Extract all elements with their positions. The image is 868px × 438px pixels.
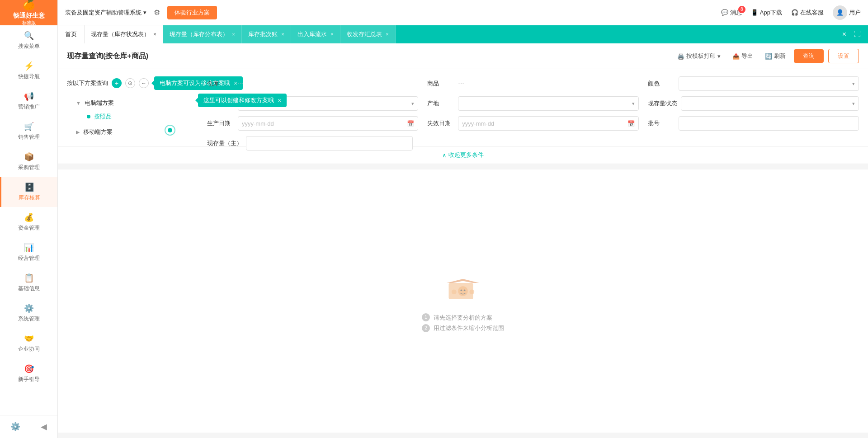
tab-stock-status[interactable]: 现存量（库存状况表） × xyxy=(85,25,163,43)
filter-row-1: 仓库 ··· 商品 ··· 颜色 ▾ xyxy=(207,76,859,91)
user-btn[interactable]: 👤 用户 xyxy=(833,5,861,20)
svg-point-4 xyxy=(452,289,457,294)
sidebar-item-label: 企业协同 xyxy=(18,345,40,353)
support-btn[interactable]: 🎧 在线客服 xyxy=(791,9,824,17)
svg-point-1 xyxy=(458,286,468,296)
content-area: 现存量查询(按仓库+商品) 🖨️ 按模板打印 ▾ 📤 导出 🔄 刷新 查询 设置 xyxy=(58,43,868,438)
tab-close-icon[interactable]: × xyxy=(386,31,389,38)
sidebar-item-operation[interactable]: 📊 经营管理 xyxy=(0,237,57,268)
sidebar-item-nav[interactable]: ⚡ 快捷导航 xyxy=(0,56,57,86)
empty-state: 1 请先选择要分析的方案 2 用过滤条件来缩小分析范围 xyxy=(58,170,868,433)
header-left: 装备及固定资产辅助管理系统 ▾ ⚙ 体验行业方案 xyxy=(65,6,217,19)
tab-home[interactable]: 首页 xyxy=(58,25,85,43)
system-name-dropdown[interactable]: 装备及固定资产辅助管理系统 ▾ xyxy=(65,9,146,17)
stock-qty-label: 现存量（主） xyxy=(207,139,242,147)
sidebar-item-basic[interactable]: 📋 基础信息 xyxy=(0,268,57,298)
message-btn[interactable]: 💬 消息 8 xyxy=(721,9,742,17)
main-area: 装备及固定资产辅助管理系统 ▾ ⚙ 体验行业方案 💬 消息 8 📱 App下载 … xyxy=(58,0,868,438)
stock-status-select[interactable]: ▾ xyxy=(681,96,859,111)
color-dropdown-icon: ▾ xyxy=(852,81,855,87)
query-btn[interactable]: 查询 xyxy=(794,49,824,63)
sidebar-item-finance[interactable]: 💰 资金管理 xyxy=(0,207,57,237)
sidebar-item-enterprise[interactable]: 🤝 企业协同 xyxy=(0,328,57,358)
finance-icon: 💰 xyxy=(24,212,34,222)
basic-icon: 📋 xyxy=(24,273,34,283)
tab-in-out[interactable]: 出入库流水 × xyxy=(291,25,340,43)
collapse-sidebar-btn[interactable]: ◀ xyxy=(37,420,51,433)
tab-label: 现存量（库存状况表） xyxy=(91,30,150,38)
warehouse-dots[interactable]: ··· xyxy=(238,80,244,88)
tab-collect[interactable]: 收发存汇总表 × xyxy=(340,25,396,43)
empty-hint-1: 1 请先选择要分析的方案 xyxy=(422,312,504,323)
prod-date-input[interactable]: yyyy-mm-dd 📅 xyxy=(238,116,418,131)
sidebar-item-marketing[interactable]: 📢 营销推广 xyxy=(0,86,57,116)
color-select[interactable]: ▾ xyxy=(679,76,859,91)
stock-qty-field: 现存量（主） — xyxy=(207,136,421,151)
filter-back-btn[interactable]: ← xyxy=(139,78,149,88)
origin-dropdown-icon: ▾ xyxy=(632,101,635,107)
app-download-btn[interactable]: 📱 App下载 xyxy=(751,9,782,17)
industry-btn[interactable]: 体验行业方案 xyxy=(167,6,217,19)
tab-close-icon[interactable]: × xyxy=(232,31,235,38)
enterprise-icon: 🤝 xyxy=(24,334,34,344)
tab-label: 库存批次账 xyxy=(248,30,278,38)
tooltip2-close-btn[interactable]: × xyxy=(278,97,281,104)
goods-label: 商品 xyxy=(427,80,454,88)
batch-input[interactable] xyxy=(679,116,859,131)
settings-icon[interactable]: ⚙ xyxy=(152,6,162,19)
stock-qty-min-input[interactable] xyxy=(246,136,413,151)
svg-point-2 xyxy=(461,289,462,291)
sidebar-item-guide[interactable]: 🎯 新手引导 xyxy=(0,358,57,389)
sidebar-item-label: 基础信息 xyxy=(18,285,40,292)
expire-date-input[interactable]: yyyy-mm-dd 📅 xyxy=(458,116,638,131)
sidebar-item-label: 新手引导 xyxy=(18,376,40,383)
refresh-icon: 🔄 xyxy=(765,53,772,60)
tab-close-icon[interactable]: × xyxy=(281,31,284,38)
close-all-btn[interactable]: × xyxy=(840,28,848,40)
sidebar-item-inventory[interactable]: 🗄️ 库存核算 xyxy=(0,177,57,207)
prod-date-placeholder: yyyy-mm-dd xyxy=(242,120,274,127)
avatar: 👤 xyxy=(833,5,847,20)
filter-row-3: 生产日期 yyyy-mm-dd 📅 失效日期 yyyy-mm-dd 📅 xyxy=(207,116,859,131)
sidebar-item-sales[interactable]: 🛒 销售管理 xyxy=(0,116,57,146)
sidebar-item-search[interactable]: 🔍 搜索菜单 xyxy=(0,25,57,56)
filter-row-4: 现存量（主） — xyxy=(207,136,859,151)
empty-hints: 1 请先选择要分析的方案 2 用过滤条件来缩小分析范围 xyxy=(422,312,504,334)
filter-add-btn[interactable]: + xyxy=(112,78,122,88)
filter-row-2: 尺码 ▾ 产地 ▾ xyxy=(207,96,859,111)
tab-stock-batch[interactable]: 库存批次账 × xyxy=(242,25,291,43)
goods-dots[interactable]: ··· xyxy=(458,80,464,88)
expire-date-calendar-icon[interactable]: 📅 xyxy=(627,120,635,127)
export-btn[interactable]: 📤 导出 xyxy=(729,50,757,62)
sidebar-item-system[interactable]: ⚙️ 系统管理 xyxy=(0,298,57,328)
filter-area: 按以下方案查询 + ⊙ ← 电脑方案可设为移动方案哦 × ··· ▼ xyxy=(58,69,868,146)
page-title: 现存量查询(按仓库+商品) xyxy=(67,52,148,61)
refresh-label: 刷新 xyxy=(774,52,786,60)
search-icon: 🔍 xyxy=(24,31,34,41)
print-btn[interactable]: 🖨️ 按模板打印 ▾ xyxy=(674,50,724,62)
refresh-btn[interactable]: 🔄 刷新 xyxy=(761,50,789,62)
print-icon: 🖨️ xyxy=(677,53,684,60)
hint2-text: 用过滤条件来缩小分析范围 xyxy=(434,323,504,333)
prod-date-calendar-icon[interactable]: 📅 xyxy=(407,120,414,127)
tab-close-icon[interactable]: × xyxy=(153,31,156,38)
settings-btn[interactable]: ⚙️ xyxy=(7,420,24,433)
fullscreen-btn[interactable]: ⛶ xyxy=(852,28,863,40)
sidebar-item-purchase[interactable]: 📦 采购管理 xyxy=(0,146,57,177)
warehouse-label: 仓库 xyxy=(207,80,234,88)
tab-close-icon[interactable]: × xyxy=(330,31,334,38)
stock-status-dropdown-icon: ▾ xyxy=(852,101,855,107)
support-label: 在线客服 xyxy=(800,9,824,17)
color-label: 颜色 xyxy=(648,80,675,88)
expire-date-placeholder: yyyy-mm-dd xyxy=(462,120,494,127)
origin-select[interactable]: ▾ xyxy=(458,96,638,111)
message-badge: 8 xyxy=(738,6,745,13)
tab-stock-dist[interactable]: 现存量（库存分布表） × xyxy=(163,25,242,43)
origin-label: 产地 xyxy=(427,99,454,108)
hint1-text: 请先选择要分析的方案 xyxy=(434,312,492,323)
stock-status-field: 现存量状态 ▾ xyxy=(648,96,859,111)
filter-copy-btn[interactable]: ⊙ xyxy=(125,78,135,88)
reset-btn[interactable]: 设置 xyxy=(828,49,859,63)
tooltip-scheme-hint: 这里可以创建和修改方案哦 × xyxy=(198,94,287,107)
nav-icon: ⚡ xyxy=(24,61,34,71)
